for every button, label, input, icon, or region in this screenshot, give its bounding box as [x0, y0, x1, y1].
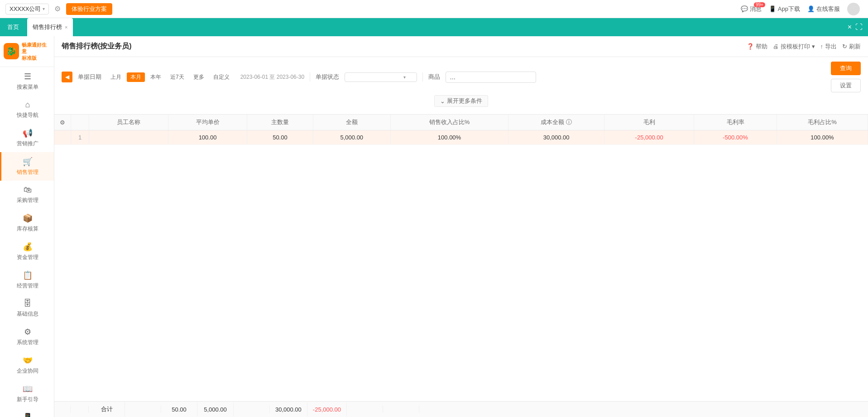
sidebar-item-sales[interactable]: 🛒 销售管理 [0, 152, 54, 181]
sidebar-item-newcomer[interactable]: 📖 新手引导 [0, 379, 54, 408]
sidebar: 🐉 畅康通好生意 标准版 ☰ 搜索菜单 ⌂ 快捷导航 📢 营销推广 🛒 销售管理… [0, 36, 54, 417]
tab-bar: 首页 销售排行榜 × × ⛶ [0, 18, 868, 36]
settings-button[interactable]: 设置 [831, 79, 861, 92]
sidebar-item-operations[interactable]: 📋 经营管理 [0, 266, 54, 294]
sidebar-item-enterprise-collab[interactable]: 🤝 企业协同 [0, 351, 54, 379]
footer-gross-profit: -25,000.00 [307, 403, 347, 417]
date-filter-label: 单据日期 [78, 73, 101, 81]
company-selector[interactable]: XXXXX公司 ▾ [5, 4, 49, 14]
inventory-icon: 📦 [23, 213, 33, 223]
tab-home[interactable]: 首页 [0, 18, 26, 36]
expand-more-row: ⌄ 展开更多条件 [62, 92, 861, 110]
message-area[interactable]: 💬 消息 99+ [741, 5, 762, 13]
th-gross-profit: 毛利 [604, 115, 694, 130]
trial-button[interactable]: 体验行业方案 [66, 3, 112, 15]
td-main-qty: 50.00 [247, 130, 313, 145]
app-download-area[interactable]: 📱 App下载 [769, 5, 800, 13]
page-actions: ❓ 帮助 🖨 按模板打印 ▾ ↑ 导出 ↻ 刷新 [747, 43, 861, 56]
print-link[interactable]: 🖨 按模板打印 ▾ [773, 43, 815, 51]
status-select[interactable]: ▾ [345, 72, 417, 82]
user-avatar-area[interactable] [847, 3, 863, 15]
th-sales-pct: 销售收入占比% [391, 115, 508, 130]
sidebar-item-operations-label: 经营管理 [17, 282, 38, 290]
query-area: 查询 设置 [831, 62, 861, 92]
sidebar-item-newcomer-label: 新手引导 [17, 396, 38, 403]
expand-more-button[interactable]: ⌄ 展开更多条件 [434, 95, 488, 107]
footer-gross-rate-empty [347, 406, 383, 413]
date-tab-this-year[interactable]: 本年 [147, 72, 165, 82]
th-cost-total: 成本全额 ⓘ [508, 115, 604, 130]
th-gross-pct: 毛利占比% [777, 115, 868, 130]
refresh-link[interactable]: ↻ 刷新 [842, 43, 861, 51]
tab-bar-right: × ⛶ [848, 23, 868, 31]
sidebar-item-purchase[interactable]: 🛍 采购管理 [0, 181, 54, 209]
sidebar-item-system[interactable]: ⚙ 系统管理 [0, 322, 54, 351]
expand-more-label: 展开更多条件 [447, 97, 482, 105]
sales-icon: 🛒 [23, 157, 33, 167]
sidebar-item-app-center[interactable]: 📱 应用中心 [0, 408, 54, 417]
tab-fullscreen-icon[interactable]: ⛶ [855, 23, 863, 31]
tab-sales-ranking[interactable]: 销售排行榜 × [27, 18, 73, 36]
td-employee [89, 130, 168, 145]
sidebar-item-quick-nav[interactable]: ⌂ 快捷导航 [0, 96, 54, 124]
date-range-display: 2023-06-01 至 2023-06-30 [240, 73, 304, 81]
th-main-qty: 主数量 [247, 115, 313, 130]
app-center-icon: 📱 [23, 412, 33, 417]
content-area: 销售排行榜(按业务员) ❓ 帮助 🖨 按模板打印 ▾ ↑ 导出 ↻ 刷新 [54, 36, 868, 417]
search-order-icon: ☰ [24, 72, 31, 81]
sidebar-item-sales-label: 销售管理 [17, 168, 38, 176]
main-layout: 🐉 畅康通好生意 标准版 ☰ 搜索菜单 ⌂ 快捷导航 📢 营销推广 🛒 销售管理… [0, 36, 868, 417]
sidebar-item-marketing[interactable]: 📢 营销推广 [0, 124, 54, 152]
filter-area: ◀ 单据日期 上月 本月 本年 近7天 更多 自定义 2023-06-01 至 … [54, 57, 868, 115]
date-tab-this-month[interactable]: 本月 [127, 72, 145, 82]
sidebar-item-inventory[interactable]: 📦 库存核算 [0, 209, 54, 237]
footer-cost-total: 30,000.00 [270, 403, 307, 417]
date-tab-last-7-days[interactable]: 近7天 [167, 72, 188, 82]
date-tab-last-month[interactable]: 上月 [107, 72, 125, 82]
td-total-amount: 5,000.00 [313, 130, 391, 145]
sidebar-item-marketing-label: 营销推广 [17, 140, 38, 148]
goods-select-value: … [450, 74, 456, 81]
print-icon: 🖨 [773, 43, 779, 50]
filter-row: ◀ 单据日期 上月 本月 本年 近7天 更多 自定义 2023-06-01 至 … [62, 62, 861, 92]
export-link[interactable]: ↑ 导出 [820, 43, 837, 51]
footer-empty-1 [54, 406, 71, 413]
print-chevron-icon: ▾ [812, 43, 815, 50]
table-header-row: ⚙ 员工名称 平均单价 主数量 全额 销售收入占比% 成本全额 ⓘ 毛利 毛利率… [54, 115, 868, 130]
sidebar-item-finance[interactable]: 💰 资金管理 [0, 237, 54, 266]
sidebar-item-base-info[interactable]: 🗄 基础信息 [0, 294, 54, 322]
logo-text: 畅康通好生意 标准版 [22, 42, 50, 61]
filter-collapse-btn[interactable]: ◀ [62, 72, 72, 82]
goods-select[interactable]: … [446, 72, 536, 83]
th-settings[interactable]: ⚙ [54, 115, 71, 130]
collapse-icon: ◀ [65, 74, 69, 80]
message-icon: 💬 [741, 5, 748, 12]
table-footer: 合计 50.00 5,000.00 30,000.00 -25,000.00 [54, 401, 868, 417]
date-tab-custom[interactable]: 自定义 [210, 72, 233, 82]
td-gross-pct: 100.00% [777, 130, 868, 145]
help-link[interactable]: ❓ 帮助 [747, 43, 767, 51]
service-icon: 👤 [807, 5, 815, 12]
top-bar-right: 💬 消息 99+ 📱 App下载 👤 在线客服 [741, 3, 863, 15]
query-button[interactable]: 查询 [831, 62, 861, 75]
tab-close-icon[interactable]: × [65, 24, 67, 30]
th-avg-price: 平均单价 [168, 115, 247, 130]
sidebar-logo: 🐉 畅康通好生意 标准版 [0, 36, 54, 67]
sidebar-item-search-order-label: 搜索菜单 [17, 83, 38, 91]
td-settings [54, 130, 71, 145]
sidebar-item-search-order[interactable]: ☰ 搜索菜单 [0, 67, 54, 96]
system-icon: ⚙ [24, 327, 31, 337]
footer-row: 合计 50.00 5,000.00 30,000.00 -25,000.00 [54, 402, 868, 417]
td-gross-profit: -25,000.00 [604, 130, 694, 145]
sidebar-item-system-label: 系统管理 [17, 339, 38, 346]
topbar-settings-icon[interactable]: ⚙ [54, 5, 61, 13]
date-tab-more[interactable]: 更多 [190, 72, 208, 82]
footer-label: 合计 [89, 402, 125, 417]
tab-sales-ranking-label: 销售排行榜 [33, 23, 62, 31]
online-service-area[interactable]: 👤 在线客服 [807, 5, 840, 13]
tab-close-window-icon[interactable]: × [848, 23, 852, 31]
marketing-icon: 📢 [23, 128, 33, 138]
avatar [847, 3, 860, 15]
expand-more-icon: ⌄ [440, 98, 445, 105]
app-icon: 📱 [769, 5, 776, 12]
